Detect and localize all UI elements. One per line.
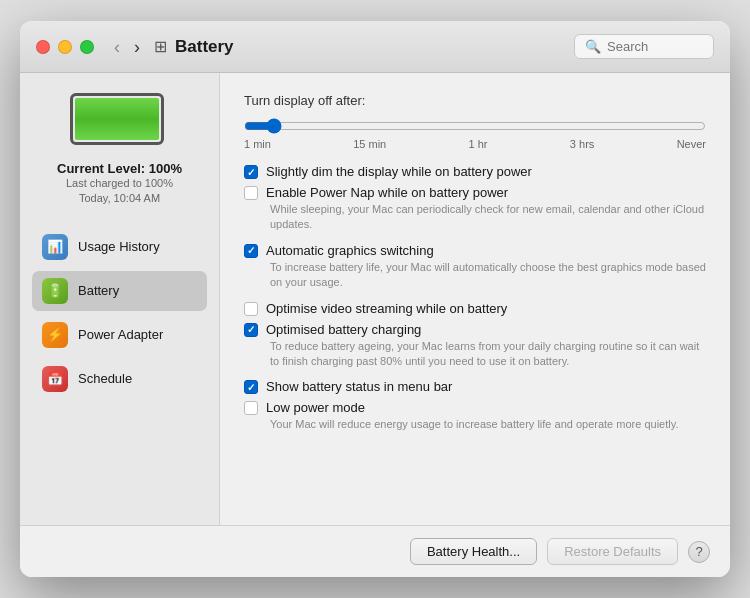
battery-icon-container <box>32 93 207 145</box>
battery-time-text: Today, 10:04 AM <box>32 191 207 206</box>
minimize-button[interactable] <box>58 40 72 54</box>
schedule-icon: 📅 <box>42 366 68 392</box>
checkbox-power-nap[interactable] <box>244 186 258 200</box>
label-dim-display: Slightly dim the display while on batter… <box>266 164 532 179</box>
titlebar: ‹ › ⊞ Battery 🔍 <box>20 21 730 73</box>
sidebar-label-battery: Battery <box>78 283 119 298</box>
nav-buttons: ‹ › <box>110 36 144 58</box>
help-button[interactable]: ? <box>688 541 710 563</box>
tick-never: Never <box>677 138 706 150</box>
option-row-auto-graphics: Automatic graphics switching <box>244 243 706 258</box>
tick-1hr: 1 hr <box>469 138 488 150</box>
checkbox-low-power[interactable] <box>244 401 258 415</box>
close-button[interactable] <box>36 40 50 54</box>
option-row-show-status: Show battery status in menu bar <box>244 379 706 394</box>
usage-history-icon: 📊 <box>42 234 68 260</box>
battery-icon: 🔋 <box>42 278 68 304</box>
label-auto-graphics: Automatic graphics switching <box>266 243 434 258</box>
sidebar-item-battery[interactable]: 🔋 Battery <box>32 271 207 311</box>
display-off-slider[interactable] <box>244 118 706 134</box>
tick-15min: 15 min <box>353 138 386 150</box>
label-show-status: Show battery status in menu bar <box>266 379 452 394</box>
checkbox-optimise-video[interactable] <box>244 302 258 316</box>
sidebar-label-usage: Usage History <box>78 239 160 254</box>
power-adapter-icon: ⚡ <box>42 322 68 348</box>
option-row-power-nap: Enable Power Nap while on battery power <box>244 185 706 200</box>
bottom-bar: Battery Health... Restore Defaults ? <box>20 525 730 577</box>
window-title: Battery <box>175 37 574 57</box>
checkbox-dim-display[interactable] <box>244 165 258 179</box>
tick-3hrs: 3 hrs <box>570 138 594 150</box>
maximize-button[interactable] <box>80 40 94 54</box>
sidebar-label-power: Power Adapter <box>78 327 163 342</box>
restore-defaults-button[interactable]: Restore Defaults <box>547 538 678 565</box>
sidebar-item-power-adapter[interactable]: ⚡ Power Adapter <box>32 315 207 355</box>
main-content: Turn display off after: 1 min 15 min 1 h… <box>220 73 730 525</box>
grid-button[interactable]: ⊞ <box>154 37 167 56</box>
search-input[interactable] <box>607 39 707 54</box>
content-area: Current Level: 100% Last charged to 100%… <box>20 73 730 525</box>
option-row-dim: Slightly dim the display while on batter… <box>244 164 706 179</box>
slider-container: 1 min 15 min 1 hr 3 hrs Never <box>244 118 706 150</box>
sidebar-item-usage-history[interactable]: 📊 Usage History <box>32 227 207 267</box>
battery-visual <box>70 93 170 145</box>
battery-fill <box>75 98 159 140</box>
traffic-lights <box>36 40 94 54</box>
search-icon: 🔍 <box>585 39 601 54</box>
display-off-label: Turn display off after: <box>244 93 706 108</box>
battery-health-button[interactable]: Battery Health... <box>410 538 537 565</box>
desc-auto-graphics: To increase battery life, your Mac will … <box>270 260 706 291</box>
search-box[interactable]: 🔍 <box>574 34 714 59</box>
battery-charged-text: Last charged to 100% <box>32 176 207 191</box>
forward-button[interactable]: › <box>130 36 144 58</box>
tick-1min: 1 min <box>244 138 271 150</box>
main-window: ‹ › ⊞ Battery 🔍 Current Level: 100% Last… <box>20 21 730 577</box>
option-row-optimised-charging: Optimised battery charging <box>244 322 706 337</box>
battery-level-text: Current Level: 100% <box>32 161 207 176</box>
desc-low-power: Your Mac will reduce energy usage to inc… <box>270 417 706 432</box>
checkbox-optimised-charging[interactable] <box>244 323 258 337</box>
desc-power-nap: While sleeping, your Mac can periodicall… <box>270 202 706 233</box>
label-power-nap: Enable Power Nap while on battery power <box>266 185 508 200</box>
checkbox-show-status[interactable] <box>244 380 258 394</box>
back-button[interactable]: ‹ <box>110 36 124 58</box>
battery-body <box>70 93 164 145</box>
label-optimised-charging: Optimised battery charging <box>266 322 421 337</box>
label-low-power: Low power mode <box>266 400 365 415</box>
desc-optimised-charging: To reduce battery ageing, your Mac learn… <box>270 339 706 370</box>
slider-ticks: 1 min 15 min 1 hr 3 hrs Never <box>244 138 706 150</box>
sidebar-item-schedule[interactable]: 📅 Schedule <box>32 359 207 399</box>
sidebar-label-schedule: Schedule <box>78 371 132 386</box>
option-row-optimise-video: Optimise video streaming while on batter… <box>244 301 706 316</box>
battery-info: Current Level: 100% Last charged to 100%… <box>32 161 207 207</box>
checkbox-auto-graphics[interactable] <box>244 244 258 258</box>
sidebar: Current Level: 100% Last charged to 100%… <box>20 73 220 525</box>
label-optimise-video: Optimise video streaming while on batter… <box>266 301 507 316</box>
option-row-low-power: Low power mode <box>244 400 706 415</box>
